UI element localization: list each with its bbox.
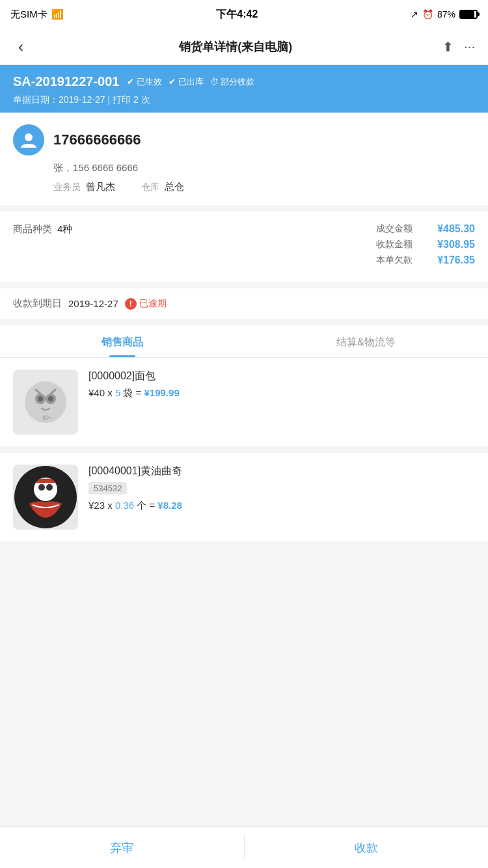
due-date-value: 2019-12-27 <box>68 298 118 309</box>
battery-icon <box>459 10 478 19</box>
received-value: ¥308.95 <box>423 239 475 251</box>
status-left: 无SIM卡 📶 <box>10 8 64 21</box>
wifi-icon: 📶 <box>51 8 64 20</box>
product-price: ¥40 x 5 袋 = ¥199.99 <box>88 387 475 400</box>
overdue-icon: ! <box>125 298 137 310</box>
debt-label: 本单欠款 <box>376 254 413 266</box>
badge-effective: ✔ 已生效 <box>127 76 162 88</box>
status-time: 下午4:42 <box>216 8 258 21</box>
order-number: SA-20191227-001 <box>13 74 119 89</box>
product-info: [00040001]黄油曲奇 534532 ¥23 x 0.36 个 = ¥8.… <box>88 465 475 512</box>
share-icon[interactable]: ⬆ <box>442 39 454 55</box>
due-date-card: 收款到期日 2019-12-27 ! 已逾期 <box>0 288 488 319</box>
product-name: [0000002]面包 <box>88 370 475 383</box>
amount-value: ¥485.30 <box>423 223 475 235</box>
customer-card: 17666666666 张，156 6666 6666 业务员 曾凡杰 仓库 总… <box>0 113 488 205</box>
overdue-badge: ! 已逾期 <box>125 298 167 310</box>
amounts-section: 成交金额 ¥485.30 收款金额 ¥308.95 本单欠款 ¥176.35 <box>376 223 475 270</box>
svg-point-10 <box>46 484 53 491</box>
status-badges: ✔ 已生效 ✔ 已出库 ⏱ 部分收款 <box>127 76 254 88</box>
bottom-bar: 弃审 收款 <box>0 826 488 868</box>
status-right: ↗ ⏰ 87% <box>411 9 478 20</box>
types-label: 商品种类 <box>13 223 52 236</box>
svg-point-9 <box>38 484 45 491</box>
product-info: [0000002]面包 ¥40 x 5 袋 = ¥199.99 <box>88 370 475 400</box>
warehouse-label: 仓库 <box>141 182 159 193</box>
back-button[interactable]: ‹ <box>13 33 29 61</box>
product-sku: 534532 <box>88 482 127 495</box>
battery-percent: 87% <box>437 9 455 20</box>
svg-point-4 <box>38 396 43 401</box>
tabs-bar: 销售商品 结算&物流等 <box>0 325 488 358</box>
more-icon[interactable]: ··· <box>464 39 475 54</box>
svg-point-5 <box>48 396 53 401</box>
cancel-audit-button[interactable]: 弃审 <box>0 827 244 868</box>
alarm-icon: ⏰ <box>422 9 433 20</box>
sales-value: 曾凡杰 <box>86 181 115 193</box>
amount-label: 成交金额 <box>376 223 413 235</box>
due-label: 收款到期日 <box>13 297 62 310</box>
tab-settlement-logistics[interactable]: 结算&物流等 <box>244 325 488 357</box>
warehouse-value: 总仓 <box>165 181 184 193</box>
sales-label: 业务员 <box>53 182 81 193</box>
page-title: 销货单详情(来自电脑) <box>179 39 292 55</box>
products-list: 鲸+ [0000002]面包 ¥40 x 5 袋 = ¥199.99 <box>0 358 488 541</box>
customer-name: 17666666666 <box>53 131 141 148</box>
product-price: ¥23 x 0.36 个 = ¥8.28 <box>88 500 475 512</box>
debt-value: ¥176.35 <box>423 254 475 266</box>
received-label: 收款金额 <box>376 239 413 251</box>
customer-meta: 业务员 曾凡杰 仓库 总仓 <box>13 181 475 193</box>
svg-point-0 <box>25 133 33 141</box>
badge-shipped: ✔ 已出库 <box>169 76 204 88</box>
nav-bar: ‹ 销货单详情(来自电脑) ⬆ ··· <box>0 29 488 65</box>
order-date: 单据日期：2019-12-27 | 打印 2 次 <box>13 94 475 106</box>
product-thumbnail <box>13 465 78 530</box>
types-value: 4种 <box>57 223 72 236</box>
collect-payment-button[interactable]: 收款 <box>245 827 489 868</box>
carrier-text: 无SIM卡 <box>10 8 47 21</box>
badge-partial-payment: ⏱ 部分收款 <box>210 76 255 88</box>
svg-text:鲸+: 鲸+ <box>42 414 51 421</box>
product-qty: 0.36 <box>115 500 134 511</box>
product-total: ¥199.99 <box>144 387 180 398</box>
status-bar: 无SIM卡 📶 下午4:42 ↗ ⏰ 87% <box>0 0 488 29</box>
product-item: [00040001]黄油曲奇 534532 ¥23 x 0.36 个 = ¥8.… <box>0 453 488 541</box>
stats-card: 商品种类 4种 成交金额 ¥485.30 收款金额 ¥308.95 本单欠款 ¥… <box>0 211 488 282</box>
overdue-text: 已逾期 <box>139 298 167 310</box>
tab-sales-products[interactable]: 销售商品 <box>0 325 244 357</box>
product-name: [00040001]黄油曲奇 <box>88 465 475 478</box>
product-qty: 5 <box>115 387 120 398</box>
nav-actions: ⬆ ··· <box>442 39 475 55</box>
customer-detail: 张，156 6666 6666 <box>13 162 475 174</box>
product-total: ¥8.28 <box>157 500 182 511</box>
product-thumbnail: 鲸+ <box>13 370 78 435</box>
header-banner: SA-20191227-001 ✔ 已生效 ✔ 已出库 ⏱ 部分收款 单据日期：… <box>0 65 488 113</box>
avatar <box>13 124 44 156</box>
location-icon: ↗ <box>411 9 418 20</box>
product-item: 鲸+ [0000002]面包 ¥40 x 5 袋 = ¥199.99 <box>0 358 488 446</box>
